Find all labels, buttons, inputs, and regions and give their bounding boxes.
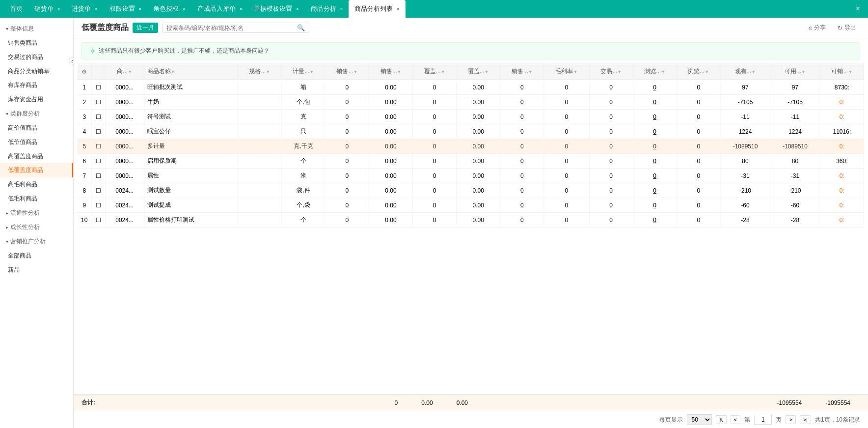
- last-page-btn[interactable]: >|: [800, 415, 811, 424]
- browse-link[interactable]: 0: [653, 202, 656, 209]
- coverage1-col-header[interactable]: 覆盖...▼: [413, 63, 457, 80]
- sidebar-item-high-coverage[interactable]: 高覆盖度商品: [0, 149, 73, 164]
- prev-page-btn[interactable]: <: [731, 415, 740, 424]
- share-label: 分享: [814, 24, 826, 32]
- close-permission-tab[interactable]: ×: [139, 6, 142, 12]
- spec-col-header[interactable]: 规格...▼: [238, 63, 281, 80]
- sidebar: « ▾ 整体信息 销售类商品 交易过的商品 商品分类动销率 有库存商品 库存资金…: [0, 18, 74, 428]
- page-label-after: 页: [776, 416, 782, 424]
- gross-margin-col-header[interactable]: 毛利率▼: [544, 63, 589, 80]
- sidebar-section-growth-label: 成长性分析: [10, 223, 40, 231]
- total-sales-count: 0: [385, 399, 408, 406]
- footer-total: 合计: 0 0.00 0.00 -1095554 -1095554: [74, 394, 868, 411]
- close-analysis-list-tab[interactable]: ×: [397, 6, 400, 12]
- browse-link[interactable]: 0: [653, 114, 656, 120]
- sales-count-col-header[interactable]: 销售...▼: [325, 63, 369, 80]
- sidebar-item-category-rate[interactable]: 商品分类动销率: [0, 64, 73, 79]
- saleable-col-header[interactable]: 可销...▼: [820, 63, 864, 80]
- browse-link[interactable]: 0: [653, 158, 656, 165]
- sidebar-item-stock-goods[interactable]: 有库存商品: [0, 78, 73, 92]
- browse-link[interactable]: 0: [653, 187, 656, 194]
- nav-tab-analysis-list[interactable]: 商品分析列表 ×: [349, 0, 405, 18]
- browse-link[interactable]: 0: [653, 217, 656, 224]
- page-size-label: 每页显示: [659, 416, 683, 424]
- nav-tab-role[interactable]: 角色授权 ×: [147, 0, 191, 18]
- nav-tab-sales[interactable]: 销货单 ×: [28, 0, 66, 18]
- arrow-icon: ▾: [6, 26, 8, 31]
- nav-tab-analysis[interactable]: 商品分析 ×: [305, 0, 349, 18]
- table-row: 7☐0000...属性米00.0000.0000000-31-310:: [78, 169, 864, 183]
- search-box: 🔍: [162, 23, 309, 33]
- sidebar-section-liquidity[interactable]: ▸ 流通性分析: [0, 206, 73, 220]
- total-records: 共1页，10条记录: [815, 416, 860, 424]
- sidebar-item-low-coverage[interactable]: 低覆盖度商品: [0, 163, 73, 177]
- browse-link[interactable]: 0: [653, 99, 656, 106]
- search-input[interactable]: [166, 25, 297, 31]
- sidebar-section-cluster-label: 类群度分析: [10, 110, 40, 118]
- sidebar-item-low-margin[interactable]: 低毛利商品: [0, 192, 73, 206]
- export-button[interactable]: ↻ 导出: [834, 22, 860, 34]
- sidebar-section-marketing-label: 营销推广分析: [10, 237, 46, 246]
- browse2-col-header[interactable]: 浏览...▼: [677, 63, 720, 80]
- sidebar-item-sales-goods[interactable]: 销售类商品: [0, 36, 73, 50]
- sidebar-section-growth[interactable]: ▸ 成长性分析: [0, 220, 73, 234]
- settings-col-header[interactable]: ⚙: [78, 63, 91, 80]
- table-row: 2☐0000...牛奶个,包00.0000.0000000-7105-71050…: [78, 95, 864, 110]
- close-all-tabs-btn[interactable]: ×: [852, 4, 864, 13]
- time-filter-button[interactable]: 近一月: [133, 23, 158, 33]
- close-purchase-tab[interactable]: ×: [95, 6, 98, 12]
- sidebar-section-cluster[interactable]: ▾ 类群度分析: [0, 107, 73, 121]
- sidebar-item-low-value[interactable]: 低价值商品: [0, 135, 73, 149]
- content-header: 低覆盖度商品 近一月 🔍 ⎋ 分享 ↻ 导出: [74, 18, 868, 38]
- nav-tab-permission[interactable]: 权限设置 ×: [104, 0, 147, 18]
- browse-link[interactable]: 0: [653, 84, 656, 91]
- sidebar-item-high-value[interactable]: 高价值商品: [0, 121, 73, 135]
- total-current-stock: -1095554: [767, 399, 812, 406]
- name-col-header[interactable]: 商品名称▼: [144, 63, 238, 80]
- sidebar-item-high-margin[interactable]: 高毛利商品: [0, 177, 73, 192]
- current-stock-col-header[interactable]: 现有...▼: [720, 63, 770, 80]
- sales3-col-header[interactable]: 销售...▼: [500, 63, 544, 80]
- export-icon: ↻: [838, 25, 842, 31]
- total-available-stock: -1095554: [815, 399, 860, 406]
- browse-link[interactable]: 0: [653, 143, 656, 150]
- browse1-col-header[interactable]: 浏览...▼: [633, 63, 677, 80]
- sidebar-section-marketing[interactable]: ▾ 营销推广分析: [0, 234, 73, 249]
- browse-link[interactable]: 0: [653, 172, 656, 179]
- search-icon[interactable]: 🔍: [297, 24, 305, 31]
- page-size-select[interactable]: 50 100 200: [687, 414, 712, 425]
- close-role-tab[interactable]: ×: [183, 6, 186, 12]
- share-button[interactable]: ⎋ 分享: [805, 22, 830, 34]
- info-banner: ✧ 这些商品只有很少客户购买过，是推广不够，还是商品本身问题？: [81, 42, 860, 59]
- sidebar-item-capital[interactable]: 库存资金占用: [0, 92, 73, 107]
- sidebar-item-traded-goods[interactable]: 交易过的商品: [0, 50, 73, 64]
- sidebar-item-all-goods[interactable]: 全部商品: [0, 249, 73, 263]
- nav-tab-home[interactable]: 首页: [4, 0, 28, 18]
- available-stock-col-header[interactable]: 可用...▼: [770, 63, 820, 80]
- code-col-header[interactable]: 商...▼: [105, 63, 144, 80]
- sidebar-collapse-btn[interactable]: «: [69, 57, 74, 65]
- browse-link[interactable]: 0: [653, 128, 656, 135]
- close-analysis-tab[interactable]: ×: [340, 6, 343, 12]
- nav-tab-template[interactable]: 单据模板设置 ×: [248, 0, 304, 18]
- table-row: 5☐0000...多计量克,千克00.0000.0000000-1089510-…: [78, 139, 864, 154]
- transaction-col-header[interactable]: 交易...▼: [589, 63, 633, 80]
- nav-tab-inventory[interactable]: 产成品入库单 ×: [191, 0, 248, 18]
- unit-col-header[interactable]: 计量...▼: [281, 63, 325, 80]
- coverage2-col-header[interactable]: 覆盖...▼: [457, 63, 500, 80]
- nav-tab-purchase[interactable]: 进货单 ×: [66, 0, 103, 18]
- current-page-input[interactable]: [754, 415, 772, 425]
- close-template-tab[interactable]: ×: [296, 6, 299, 12]
- first-page-btn[interactable]: K: [716, 415, 726, 424]
- sidebar-item-new-goods[interactable]: 新品: [0, 263, 73, 277]
- page-label-before: 第: [744, 416, 750, 424]
- total-sales-amount: 0.00: [411, 399, 442, 406]
- sales-amount-col-header[interactable]: 销售...▼: [369, 63, 413, 80]
- sidebar-section-overall[interactable]: ▾ 整体信息: [0, 22, 73, 36]
- close-sales-tab[interactable]: ×: [57, 6, 60, 12]
- next-page-btn[interactable]: >: [786, 415, 795, 424]
- info-icon: ✧: [90, 47, 96, 55]
- close-inventory-tab[interactable]: ×: [240, 6, 243, 12]
- arrow-icon-growth: ▸: [6, 225, 8, 230]
- footer-pagination: 每页显示 50 100 200 K < 第 页 > >| 共1页，10条记录: [74, 411, 868, 428]
